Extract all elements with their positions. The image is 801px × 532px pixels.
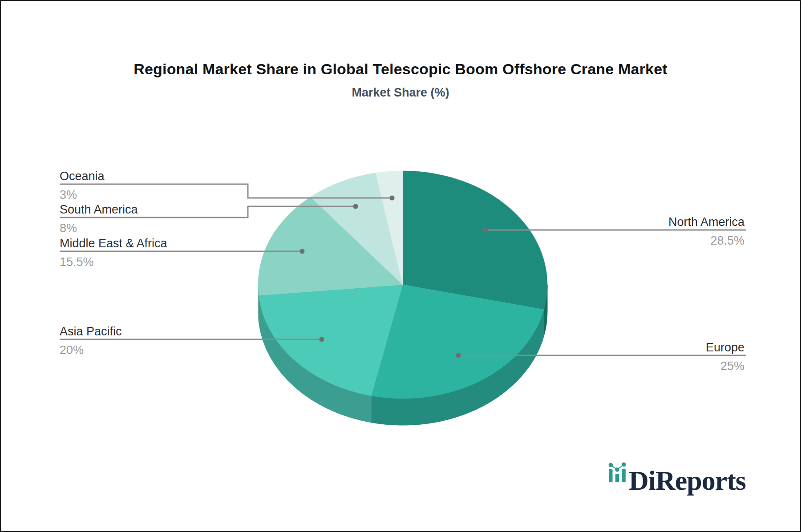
region-label: Europe — [706, 340, 744, 355]
callout-anchor-dot — [300, 249, 305, 254]
callout-middle-east-africa: Middle East & Africa15.5% — [60, 236, 167, 269]
region-percent-label: 8% — [60, 222, 138, 235]
region-label: North America — [668, 214, 744, 230]
callout-anchor-dot — [390, 196, 395, 201]
region-label: South America — [60, 202, 138, 218]
callout-south-america: South America8% — [60, 202, 138, 235]
region-label: Oceania — [60, 169, 105, 184]
callout-anchor-dot — [456, 353, 461, 358]
region-percent-label: 25% — [706, 359, 744, 373]
callout-europe: Europe25% — [706, 340, 744, 373]
logo[interactable]: DiReports — [608, 460, 746, 494]
callout-anchor-dot — [353, 204, 358, 209]
callout-anchor-dot — [483, 228, 488, 233]
callout-anchor-dot — [320, 337, 324, 342]
logo-text: DiReports — [629, 467, 746, 494]
region-percent-label: 3% — [60, 188, 105, 202]
region-percent-label: 28.5% — [668, 234, 744, 247]
logo-bar-trend-icon — [608, 462, 626, 482]
callout-north-america: North America28.5% — [668, 214, 744, 247]
region-label: Asia Pacific — [60, 324, 122, 339]
callout-asia-pacific: Asia Pacific20% — [60, 324, 122, 357]
region-percent-label: 20% — [60, 343, 122, 357]
callout-oceania: Oceania3% — [60, 169, 105, 202]
region-label: Middle East & Africa — [60, 236, 167, 251]
chart-canvas: Regional Market Share in Global Telescop… — [0, 0, 801, 532]
region-percent-label: 15.5% — [60, 255, 167, 269]
